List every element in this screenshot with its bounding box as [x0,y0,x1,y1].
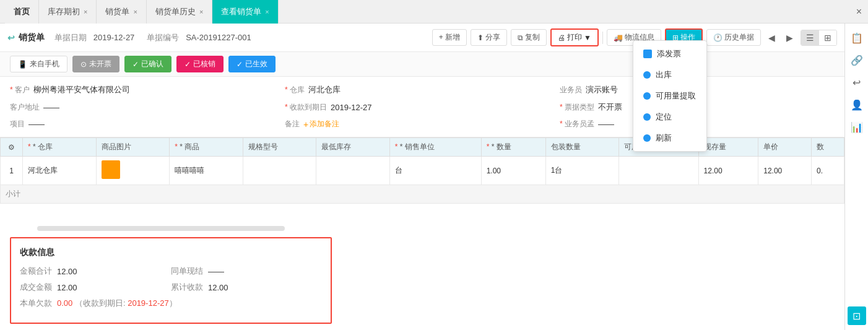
cumulative-receipt-item: 累计收款 12.00 [171,282,322,293]
tab-inventory-init[interactable]: 库存期初 × [39,0,97,24]
history-icon: 🕐 [713,33,723,42]
sidebar-icon-2[interactable]: 🔗 [848,51,866,69]
tab-sales-history[interactable]: 销货单历史 × [147,0,212,24]
total-item: 金额合计 12.00 [20,266,171,277]
available-pickup-label: 可用量提取 [656,90,696,102]
col-gear: ⚙ [1,138,23,157]
arrears-item: 本单欠款 0.00 （收款到期日: 2019-12-27） [20,298,322,309]
summary-row-2: 成交金额 12.00 累计收款 12.00 [20,282,322,293]
view-list-icon[interactable]: ☰ [801,30,819,45]
menu-outbound[interactable]: 出库 [633,64,706,85]
arrears-value-num: 0.00 [57,298,72,308]
print-button[interactable]: 🖨 打印 ▼ [550,28,599,46]
tab-sales-history-close[interactable]: × [199,8,203,15]
toolbar-divider [602,32,603,44]
sold-out-icon: ✓ [184,60,191,69]
salesperson-label: 业务员 [560,85,582,95]
sidebar-icon-1[interactable]: 📋 [848,28,866,47]
tab-view-sales[interactable]: 查看销货单 × [212,0,278,24]
row-current-stock: 12.00 [698,157,758,185]
row-index: 1 [1,157,23,185]
row-quantity: 1.00 [481,157,545,185]
customer-field: 客户 柳州粤港平安气体有限公司 [10,84,285,95]
view-grid-icon[interactable]: ⊞ [819,30,836,45]
col-pack-qty: 包装数量 [545,138,619,157]
table-header-row: ⚙ * * 仓库 商品图片 * * 商品 规格型号 最低库存 * * 销售单位 … [1,138,844,157]
arrears-date: 2019-12-27 [128,298,169,308]
ticket-type-value: 不开票 [598,102,622,113]
copy-icon: ⧉ [518,33,523,42]
form-row-2: 客户地址 —— 收款到期日 2019-12-27 票据类型 不开票 [10,102,835,113]
from-phone-button[interactable]: 📱 来自手机 [10,56,67,72]
col-amount: 数 [811,138,844,157]
sold-out-button[interactable]: ✓ 已核销 [176,56,224,72]
transaction-amount-item: 成交金额 12.00 [20,282,171,293]
number-label-text: 单据编号 [147,33,179,42]
confirm-label: 已确认 [141,59,163,69]
share-label: 分享 [485,32,500,43]
copy-button[interactable]: ⧉ 复制 [511,29,547,46]
nav-prev-button[interactable]: ◀ [765,30,779,45]
arrears-note: （收款到期日: [75,298,128,308]
menu-available-pickup[interactable]: 可用量提取 [633,85,706,106]
sidebar-icon-3[interactable]: ↩ [848,73,866,92]
tab-bar: 首页 库存期初 × 销货单 × 销货单历史 × 查看销货单 × × [0,0,868,24]
not-opened-button[interactable]: ⊙ 未开票 [72,56,119,72]
gear-icon[interactable]: ⚙ [8,143,15,152]
effective-button[interactable]: ✓ 已生效 [228,56,276,72]
tab-home[interactable]: 首页 [5,0,39,24]
new-button[interactable]: + 新增 [432,29,467,46]
warehouse-label: 仓库 [285,85,305,95]
ticket-type-label: 票据类型 [560,102,594,113]
warehouse-field: 仓库 河北仓库 [285,84,560,95]
doc-title: ↩ 销货单 [7,32,45,43]
sidebar-icon-5[interactable]: 📊 [848,118,866,136]
phone-icon: 📱 [18,60,27,69]
project-value: —— [28,119,45,129]
expand-button[interactable]: ⊡ [848,306,866,325]
address-field: 客户地址 —— [10,102,285,113]
sidebar-icon-4[interactable]: 👤 [848,95,866,114]
tab-view-sales-close[interactable]: × [265,8,269,15]
total-value: 12.00 [57,267,77,276]
tab-home-label: 首页 [14,6,30,17]
row-spec [243,157,316,185]
row-available [619,157,698,185]
form-row-1: 客户 柳州粤港平安气体有限公司 仓库 河北仓库 业务员 演示账号 [10,84,835,95]
window-close-button[interactable]: × [856,6,862,17]
confirm-button[interactable]: ✓ 已确认 [124,56,171,72]
salesperson-value: 演示账号 [586,84,618,95]
outbound-icon [643,71,651,79]
refresh-icon [643,134,651,142]
summary-box: 收款信息 金额合计 12.00 同单现结 —— 成交金额 12.00 累计收款 [10,237,332,324]
add-invoice-label: 添发票 [657,48,681,59]
share-button[interactable]: ⬆ 分享 [471,29,507,46]
table-row: 1 河北仓库 嘻嘻嘻嘻 台 1.00 1台 12.00 12.00 [1,157,844,185]
due-date-field: 收款到期日 2019-12-27 [285,102,560,113]
address-label: 客户地址 [10,102,40,113]
menu-add-invoice[interactable]: 添发票 [633,43,706,64]
doc-type-label: 销货单 [19,32,45,43]
subtotal-label: 小计 [1,185,844,204]
product-image [102,160,120,179]
tab-sales-order-close[interactable]: × [133,8,137,15]
menu-locate[interactable]: 定位 [633,106,706,128]
menu-refresh[interactable]: 刷新 [633,128,706,149]
doc-date-label: 单据日期 2019-12-27 [54,32,134,43]
form-area: 客户 柳州粤港平安气体有限公司 仓库 河北仓库 业务员 演示账号 客户地址 —— [0,77,844,137]
tab-sales-order[interactable]: 销货单 × [97,0,146,24]
col-unit-price: 单价 [758,138,812,157]
locate-label: 定位 [656,111,672,123]
history-label: 历史单据 [724,32,754,43]
add-note-button[interactable]: 添加备注 [303,119,339,129]
tab-inventory-init-close[interactable]: × [84,8,87,15]
same-order-settle-label: 同单现结 [171,266,203,277]
history-button[interactable]: 🕐 历史单据 [706,29,761,46]
arrears-note-end: ） [169,298,177,308]
outbound-label: 出库 [656,69,672,80]
col-quantity: * * 数量 [481,138,545,157]
note-label: 备注 [285,119,300,129]
nav-next-button[interactable]: ▶ [783,30,797,45]
right-sidebar: 📋 🔗 ↩ 👤 📊 ⊡ [844,24,868,330]
horizontal-scrollbar[interactable] [37,226,285,231]
